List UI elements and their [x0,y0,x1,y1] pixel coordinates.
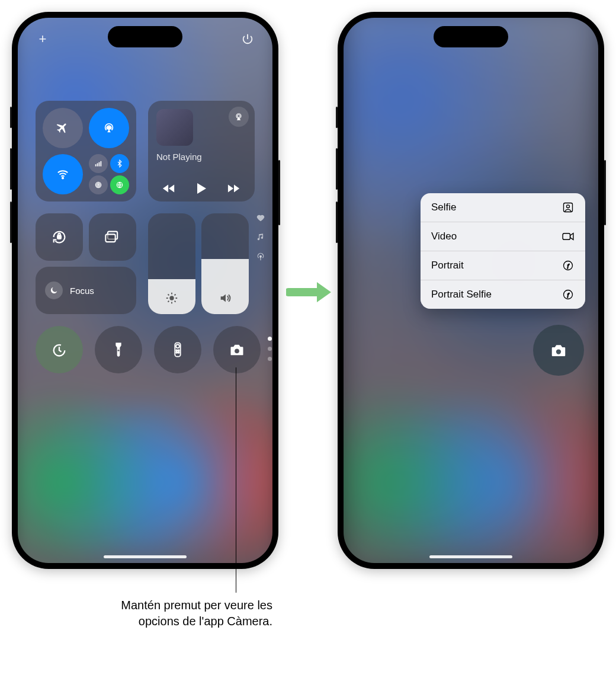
music-note-icon [256,232,265,242]
menu-item-portrait[interactable]: Portrait f [421,251,585,280]
play-button[interactable] [196,183,207,194]
side-button [336,107,338,128]
svg-point-20 [176,344,179,348]
hotspot-toggle[interactable] [89,175,108,194]
svg-point-23 [176,352,177,353]
camera-context-menu: Selfie Video Portrait f [421,193,585,309]
airplane-icon [56,121,69,135]
cellular-toggle[interactable] [89,154,108,173]
svg-rect-14 [105,234,115,242]
volume-down-button [10,202,12,243]
plus-icon: + [39,31,47,47]
home-indicator [104,555,187,558]
airdrop-toggle[interactable] [89,108,129,148]
menu-item-label: Video [431,231,457,242]
svg-point-0 [108,127,111,130]
svg-point-33 [556,349,561,354]
menu-item-video[interactable]: Video [421,222,585,251]
transition-arrow [286,280,333,305]
volume-up-button [336,148,338,190]
flashlight-icon [110,341,127,358]
callout-text: Mantén premut per veure les opcions de l… [113,597,272,629]
callout-leader-line [236,367,236,593]
bluetooth-icon [116,159,124,168]
dynamic-island [108,26,182,47]
connectivity-more[interactable] [89,154,129,194]
svg-point-6 [98,184,99,186]
flashlight-button[interactable] [95,326,142,373]
aperture-icon: f [562,260,575,271]
remote-icon [169,341,186,358]
globe-icon [116,181,124,189]
camera-icon [229,341,245,358]
satellite-toggle[interactable] [110,175,129,194]
svg-point-15 [169,296,174,300]
svg-point-21 [176,350,177,351]
broadcast-icon [256,252,265,262]
svg-point-1 [62,177,63,178]
play-icon [196,183,207,194]
volume-slider[interactable] [201,213,249,314]
menu-item-selfie[interactable]: Selfie [421,193,585,222]
bluetooth-toggle[interactable] [110,154,129,173]
menu-item-label: Portrait [431,260,464,271]
volume-icon [218,292,232,305]
svg-rect-3 [97,163,98,166]
hotspot-icon [94,181,102,189]
brightness-icon [165,292,178,305]
svg-rect-26 [564,203,573,212]
focus-label: Focus [70,286,94,296]
menu-item-label: Selfie [431,202,457,213]
connectivity-group[interactable] [36,101,136,202]
camera-button[interactable] [533,325,584,376]
orientation-lock-toggle[interactable] [36,213,83,261]
airdrop-icon [102,121,116,135]
side-button [10,107,12,128]
svg-point-11 [238,115,240,118]
brightness-slider[interactable] [148,213,195,314]
timer-button[interactable] [36,326,83,373]
focus-button[interactable]: Focus [36,267,136,314]
svg-point-18 [117,350,119,351]
screen-mirroring-icon [104,229,121,245]
wifi-toggle[interactable] [43,154,83,194]
person-square-icon [562,202,575,213]
svg-text:f: f [567,263,570,268]
wifi-icon [56,168,69,181]
now-playing-tile[interactable]: Not Playing [148,101,255,202]
dynamic-island [434,26,508,47]
page-indicator[interactable] [268,337,272,361]
svg-point-22 [178,350,179,351]
power-icon [241,33,254,46]
screen-mirroring-button[interactable] [89,213,136,261]
airplay-button[interactable] [229,107,249,127]
svg-text:f: f [567,292,570,298]
svg-rect-5 [101,161,102,167]
menu-item-portrait-selfie[interactable]: Portrait Selfie f [421,280,585,309]
camera-button[interactable] [213,326,261,373]
video-icon [562,232,575,241]
add-control-button[interactable]: + [34,31,51,47]
airplane-mode-toggle[interactable] [43,108,83,148]
airplay-icon [235,113,243,121]
power-menu-button[interactable] [239,31,256,47]
moon-icon [49,286,59,295]
volume-down-button [336,202,338,243]
volume-up-button [10,148,12,190]
next-track-button[interactable] [227,184,240,193]
orientation-lock-icon [51,229,68,245]
cellular-icon [94,159,102,168]
album-art [156,109,193,146]
home-indicator [429,555,512,558]
phone-left: + [12,12,278,569]
rewind-icon [162,184,175,193]
svg-point-24 [178,352,179,353]
heart-icon [256,213,265,222]
forward-icon [227,184,240,193]
power-button-physical [604,160,606,225]
apple-tv-remote-button[interactable] [154,326,201,373]
svg-rect-2 [95,164,97,167]
moon-icon-wrap [45,282,63,299]
prev-track-button[interactable] [162,184,175,193]
svg-point-25 [235,348,239,353]
